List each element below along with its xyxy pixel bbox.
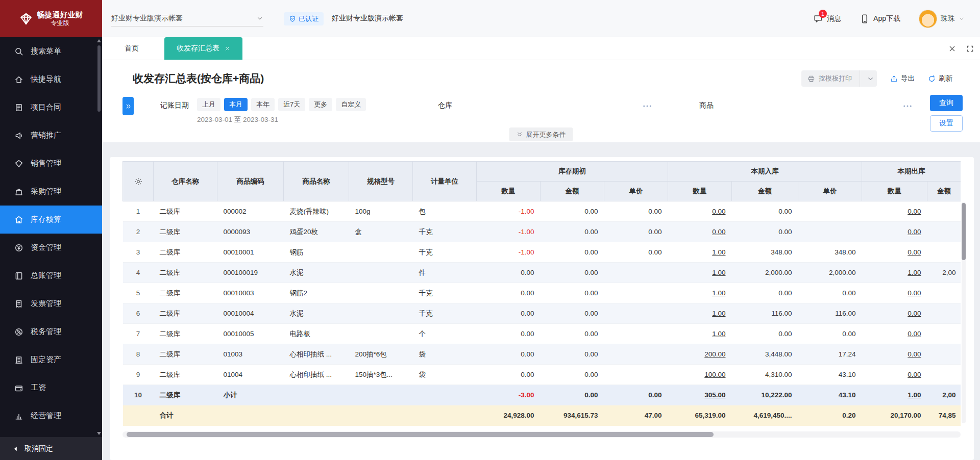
drilldown-link[interactable]: 0.00 bbox=[908, 208, 921, 215]
drilldown-link[interactable]: 0.00 bbox=[908, 350, 921, 358]
sidebar-item-inventory[interactable]: 库存核算 bbox=[0, 206, 102, 234]
sidebar-menu: 搜索菜单快捷导航项目合同营销推广销售管理采购管理库存核算资金管理总账管理发票管理… bbox=[0, 37, 102, 437]
settings-button[interactable]: 设置 bbox=[930, 115, 963, 132]
drilldown-link[interactable]: 1.00 bbox=[908, 269, 921, 276]
messages-button[interactable]: 1 消息 bbox=[813, 14, 841, 24]
cell: 钢筋2 bbox=[284, 283, 349, 303]
scroll-up-arrow-icon[interactable] bbox=[97, 39, 101, 42]
table-row: 1二级库000002麦烧(香辣味)100g包-1.000.000.000.000… bbox=[123, 201, 961, 222]
expand-more-conditions-button[interactable]: 展开更多条件 bbox=[509, 127, 573, 141]
drilldown-link[interactable]: 100.00 bbox=[704, 371, 725, 378]
sidebar-item-label: 采购管理 bbox=[31, 187, 61, 196]
sidebar-item-sales[interactable]: 销售管理 bbox=[0, 149, 102, 177]
drilldown-link[interactable]: 0.00 bbox=[908, 289, 921, 297]
app-download-button[interactable]: App下载 bbox=[860, 14, 900, 24]
export-button[interactable]: 导出 bbox=[890, 74, 915, 83]
vertical-scrollbar-thumb[interactable] bbox=[962, 203, 966, 260]
horizontal-scrollbar[interactable] bbox=[122, 431, 961, 438]
drilldown-link[interactable]: 0.00 bbox=[712, 228, 725, 236]
drilldown-link[interactable]: 1.00 bbox=[712, 310, 725, 317]
drilldown-link[interactable]: 1.00 bbox=[712, 248, 725, 256]
sidebar-item-business[interactable]: 经营管理 bbox=[0, 402, 102, 430]
horizontal-scrollbar-thumb[interactable] bbox=[127, 432, 714, 437]
sidebar-item-loan[interactable]: 轻松贷 bbox=[0, 430, 102, 437]
cell: 0.00 bbox=[798, 283, 862, 303]
sidebar-item-label: 营销推广 bbox=[31, 131, 61, 140]
tab-close-icon[interactable] bbox=[225, 46, 230, 52]
report-actions: 按模板打印 导出 刷新 bbox=[801, 70, 952, 87]
drilldown-link[interactable]: 0.00 bbox=[712, 208, 725, 215]
drilldown-link[interactable]: 1.00 bbox=[712, 289, 725, 297]
topbar: 畅捷通好业财 专业版 好业财专业版演示帐套 已认证 好业财专业版演示帐套 1 消… bbox=[0, 0, 980, 37]
warehouse-input[interactable] bbox=[465, 97, 653, 115]
date-pill-4[interactable]: 更多 bbox=[309, 98, 332, 111]
date-pill-2[interactable]: 本年 bbox=[251, 98, 275, 111]
sidebar-item-purchase[interactable]: 采购管理 bbox=[0, 177, 102, 206]
product-picker-ellipsis-icon[interactable] bbox=[902, 101, 914, 111]
sidebar-item-funds[interactable]: 资金管理 bbox=[0, 234, 102, 262]
fullscreen-icon[interactable] bbox=[966, 45, 974, 53]
tab-0[interactable]: 首页 bbox=[112, 37, 151, 60]
cell bbox=[413, 405, 477, 426]
date-range-text: 2023-03-01 至 2023-03-31 bbox=[197, 115, 278, 124]
print-options-chevron-icon[interactable] bbox=[864, 75, 877, 83]
drilldown-link[interactable]: 200.00 bbox=[704, 350, 725, 358]
refresh-button[interactable]: 刷新 bbox=[928, 74, 952, 83]
cell: 0.00 bbox=[541, 303, 604, 324]
cell: 件 bbox=[413, 263, 477, 283]
cell: 3,448.00 bbox=[732, 344, 798, 365]
sidebar-item-label: 工资 bbox=[31, 383, 46, 393]
drilldown-link[interactable]: 0.00 bbox=[908, 310, 921, 317]
vertical-scrollbar[interactable] bbox=[962, 202, 966, 423]
invoice-icon bbox=[14, 299, 23, 309]
query-button[interactable]: 查询 bbox=[930, 95, 963, 111]
cell: 0.00 bbox=[541, 242, 604, 263]
sidebar-item-assets[interactable]: 固定资产 bbox=[0, 346, 102, 374]
drilldown-link[interactable]: 0.00 bbox=[908, 330, 921, 338]
report-table: 仓库名称商品编码商品名称规格型号计量单位库存期初本期入库本期出库数量金额单价数量… bbox=[122, 161, 961, 426]
cell bbox=[349, 385, 413, 405]
sales-icon bbox=[14, 159, 23, 168]
close-tab-icon[interactable] bbox=[948, 45, 956, 53]
tab-1[interactable]: 收发存汇总表 bbox=[164, 37, 242, 60]
drilldown-link[interactable]: 1.00 bbox=[908, 391, 921, 399]
user-menu[interactable]: 珠珠 bbox=[919, 10, 965, 28]
scroll-down-arrow-icon[interactable] bbox=[97, 432, 101, 435]
drilldown-link[interactable]: 0.00 bbox=[908, 248, 921, 256]
product-input[interactable] bbox=[726, 97, 914, 115]
drilldown-link[interactable]: 0.00 bbox=[908, 228, 921, 236]
messages-count-badge: 1 bbox=[819, 10, 827, 18]
divider bbox=[860, 70, 860, 87]
date-pill-0[interactable]: 上月 bbox=[197, 98, 220, 111]
table-row: 3二级库00010001钢筋千克-1.000.000.001.00348.003… bbox=[123, 242, 961, 263]
sidebar-item-promo[interactable]: 营销推广 bbox=[0, 121, 102, 149]
drilldown-link[interactable]: 1.00 bbox=[712, 330, 725, 338]
cell: 0.00 bbox=[477, 344, 541, 365]
sidebar-item-ledger[interactable]: 总账管理 bbox=[0, 262, 102, 290]
sidebar-item-contract[interactable]: 项目合同 bbox=[0, 93, 102, 121]
account-set-selector[interactable]: 好业财专业版演示帐套 bbox=[111, 10, 263, 27]
sidebar-scrollbar[interactable] bbox=[97, 38, 101, 436]
print-by-template-button[interactable]: 按模板打印 bbox=[801, 70, 877, 87]
drilldown-link[interactable]: 0.00 bbox=[908, 371, 921, 378]
cell: 000002 bbox=[217, 201, 284, 222]
unpin-sidebar-button[interactable]: 取消固定 bbox=[0, 437, 102, 460]
drilldown-link[interactable]: 305.00 bbox=[704, 391, 725, 399]
topbar-right: 1 消息 App下载 珠珠 bbox=[813, 0, 965, 37]
sidebar-item-invoice[interactable]: 发票管理 bbox=[0, 290, 102, 318]
sidebar-item-nav[interactable]: 快捷导航 bbox=[0, 65, 102, 93]
sidebar-item-search[interactable]: 搜索菜单 bbox=[0, 37, 102, 65]
sidebar-scrollbar-thumb[interactable] bbox=[97, 45, 101, 112]
cell: 心相印抽纸 ... bbox=[284, 344, 349, 365]
sidebar-item-tax[interactable]: 税务管理 bbox=[0, 318, 102, 346]
date-pill-3[interactable]: 近7天 bbox=[278, 98, 305, 111]
date-pill-5[interactable]: 自定义 bbox=[336, 98, 366, 111]
cell: 0.00 bbox=[477, 324, 541, 344]
cell: 00010003 bbox=[217, 283, 284, 303]
drilldown-link[interactable]: 1.00 bbox=[712, 269, 725, 276]
sidebar-item-salary[interactable]: 工资 bbox=[0, 374, 102, 402]
warehouse-picker-ellipsis-icon[interactable] bbox=[642, 101, 653, 111]
column-settings-gear-icon[interactable] bbox=[123, 162, 154, 201]
date-pill-1[interactable]: 本月 bbox=[224, 98, 248, 111]
collapse-filter-button[interactable] bbox=[122, 97, 134, 115]
